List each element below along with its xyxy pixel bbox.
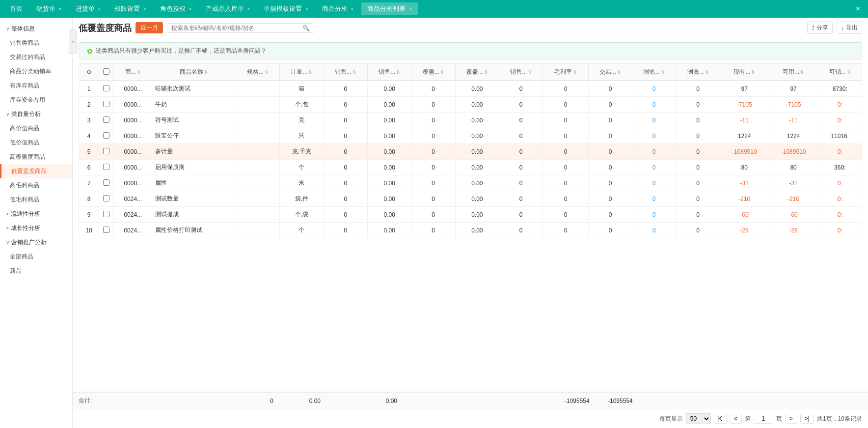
row-browse1[interactable]: 0 — [632, 144, 676, 160]
col-sales3[interactable]: 销售...⇅ — [499, 64, 543, 81]
sidebar-item-category-rate[interactable]: 商品分类动销率 — [0, 64, 72, 79]
sidebar-section-marketing[interactable]: ∨ 营销推广分析 — [0, 235, 72, 250]
select-all-checkbox[interactable] — [103, 68, 109, 75]
row-browse1[interactable]: 0 — [632, 128, 676, 144]
row-browse1[interactable]: 0 — [632, 160, 676, 175]
col-sales-amt[interactable]: 销售...⇅ — [368, 64, 411, 81]
row-stock: -60 — [720, 207, 769, 223]
per-page-select[interactable]: 50 20 100 200 — [686, 413, 711, 424]
prev-page-button[interactable]: < — [730, 414, 742, 424]
row-checkbox[interactable] — [99, 128, 114, 144]
row-browse1[interactable]: 0 — [632, 97, 676, 113]
search-input[interactable] — [171, 25, 302, 31]
row-browse1[interactable]: 0 — [632, 113, 676, 128]
row-browse1[interactable]: 0 — [632, 81, 676, 97]
nav-analysis[interactable]: 商品分析 × — [316, 2, 360, 15]
sidebar-item-high-margin[interactable]: 高毛利商品 — [0, 178, 72, 193]
row-checkbox[interactable] — [99, 144, 114, 160]
row-checkbox[interactable] — [99, 191, 114, 207]
col-name[interactable]: 商品名称⇅ — [152, 64, 236, 81]
sidebar-item-high-coverage[interactable]: 高覆盖度商品 — [0, 150, 72, 164]
row-browse2: 0 — [676, 128, 720, 144]
sidebar-item-stock-goods[interactable]: 有库存商品 — [0, 79, 72, 93]
page-input[interactable] — [754, 414, 773, 424]
col-unit[interactable]: 计量...⇅ — [280, 64, 324, 81]
col-trade[interactable]: 交易...⇅ — [588, 64, 632, 81]
nav-permissions-close[interactable]: × — [142, 6, 146, 12]
col-browse1[interactable]: 浏览...⇅ — [632, 64, 676, 81]
row-usable: 1224 — [769, 128, 818, 144]
row-browse1[interactable]: 0 — [632, 223, 676, 238]
export-button[interactable]: ↓ 导出 — [837, 22, 862, 34]
row-checkbox[interactable] — [99, 113, 114, 128]
row-browse1[interactable]: 0 — [632, 175, 676, 191]
col-stock[interactable]: 现有...⇅ — [720, 64, 769, 81]
last-page-button[interactable]: >| — [800, 414, 814, 424]
nav-purchase-close[interactable]: × — [97, 6, 101, 12]
nav-roles-close[interactable]: × — [188, 6, 192, 12]
row-checkbox[interactable] — [99, 175, 114, 191]
nav-template-close[interactable]: × — [304, 6, 308, 12]
nav-sales[interactable]: 销货单 × — [30, 2, 68, 15]
row-sales3: 0 — [499, 144, 543, 160]
col-usable[interactable]: 可用...⇅ — [769, 64, 818, 81]
col-cover2[interactable]: 覆盖...⇅ — [455, 64, 499, 81]
col-code[interactable]: 商...⇅ — [114, 64, 152, 81]
sidebar-item-sales-goods[interactable]: 销售类商品 — [0, 36, 72, 50]
row-checkbox[interactable] — [99, 97, 114, 113]
sidebar-item-high-value[interactable]: 高价值商品 — [0, 121, 72, 136]
row-checkbox[interactable] — [99, 207, 114, 223]
nav-analysis-close[interactable]: × — [350, 6, 354, 12]
sidebar-item-fund-occupy[interactable]: 库存资金占用 — [0, 93, 72, 107]
window-close-button[interactable]: × — [852, 3, 864, 14]
nav-sales-close[interactable]: × — [57, 6, 62, 12]
nav-production[interactable]: 产成品入库单 × — [200, 2, 256, 15]
col-cover1[interactable]: 覆盖...⇅ — [411, 64, 455, 81]
sidebar-item-low-margin[interactable]: 低毛利商品 — [0, 193, 72, 207]
row-usable: -7105 — [769, 97, 818, 113]
nav-template[interactable]: 单据模板设置 × — [258, 2, 314, 15]
sidebar-item-traded-goods[interactable]: 交易过的商品 — [0, 50, 72, 64]
next-page-button[interactable]: > — [785, 414, 797, 424]
row-sales3: 0 — [499, 113, 543, 128]
row-checkbox[interactable] — [99, 223, 114, 238]
row-browse1[interactable]: 0 — [632, 191, 676, 207]
sidebar-section-growth[interactable]: > 成长性分析 — [0, 221, 72, 235]
table-footer: 合计: 0 0.00 0.00 -1095554 -1095554 — [73, 392, 868, 409]
col-sales-qty[interactable]: 销售...⇅ — [324, 64, 367, 81]
col-checkbox[interactable] — [99, 64, 114, 81]
col-spec[interactable]: 规格...⇅ — [236, 64, 279, 81]
nav-home[interactable]: 首页 — [4, 2, 28, 15]
sidebar-section-circulation[interactable]: > 流通性分析 — [0, 207, 72, 221]
nav-analysis-list[interactable]: 商品分析列表 × — [361, 2, 418, 15]
row-gross: 0 — [543, 81, 588, 97]
sidebar-item-low-value[interactable]: 低价值商品 — [0, 136, 72, 150]
sidebar-section-cluster[interactable]: ∨ 类群量分析 — [0, 107, 72, 121]
date-filter-button[interactable]: 近一月 — [136, 22, 163, 33]
row-sales-amt: 0.00 — [368, 113, 411, 128]
first-page-button[interactable]: K — [714, 414, 727, 424]
row-checkbox[interactable] — [99, 160, 114, 175]
nav-permissions[interactable]: 权限设置 × — [108, 2, 152, 15]
sidebar-section-overall[interactable]: ∨ 整体信息 — [0, 22, 72, 36]
share-button[interactable]: ⤴ 分享 — [807, 22, 833, 34]
sidebar-item-all-goods[interactable]: 全部商品 — [0, 250, 72, 264]
search-icon[interactable]: 🔍 — [302, 25, 310, 31]
col-saleable[interactable]: 可销...⇅ — [818, 64, 862, 81]
sidebar-item-new-goods[interactable]: 新品 — [0, 264, 72, 278]
sidebar-collapse-button[interactable]: « — [69, 29, 77, 54]
nav-analysis-list-close[interactable]: × — [407, 6, 412, 12]
nav-roles[interactable]: 角色授权 × — [154, 2, 198, 15]
top-navigation: 首页 销货单 × 进货单 × 权限设置 × 角色授权 × 产成品入库单 × 单据… — [0, 0, 868, 18]
col-gross[interactable]: 毛利率⇅ — [543, 64, 588, 81]
nav-purchase[interactable]: 进货单 × — [70, 2, 107, 15]
chevron-down-icon: ∨ — [6, 26, 9, 31]
row-sales-amt: 0.00 — [368, 128, 411, 144]
row-checkbox[interactable] — [99, 81, 114, 97]
col-gear[interactable]: ⚙ — [79, 64, 99, 81]
nav-production-close[interactable]: × — [246, 6, 250, 12]
row-cover2: 0.00 — [455, 144, 499, 160]
col-browse2[interactable]: 浏览...⇅ — [676, 64, 720, 81]
sidebar-item-low-coverage[interactable]: 低覆盖度商品 — [0, 164, 72, 178]
row-browse1[interactable]: 0 — [632, 207, 676, 223]
